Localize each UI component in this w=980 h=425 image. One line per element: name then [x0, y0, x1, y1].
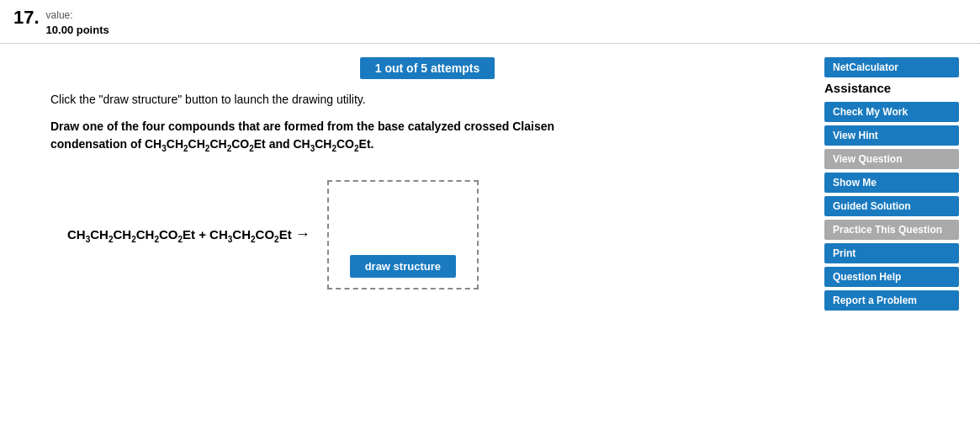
net-calculator-button[interactable]: NetCalculator [824, 57, 959, 77]
reaction-formula: CH3CH2CH2CH2CO2Et + CH3CH2CO2Et → [67, 226, 310, 244]
report-a-problem-button[interactable]: Report a Problem [824, 290, 959, 311]
check-my-work-button[interactable]: Check My Work [824, 102, 959, 122]
attempts-badge: 1 out of 5 attempts [360, 57, 495, 79]
instruction-line1: Click the "draw structure" button to lau… [50, 93, 804, 106]
view-question-button[interactable]: View Question [824, 149, 959, 169]
attempts-bar: 1 out of 5 attempts [50, 57, 804, 79]
question-number: 17. [13, 8, 40, 27]
value-label: value: [46, 8, 109, 23]
view-hint-button[interactable]: View Hint [824, 125, 959, 146]
points-value: 10.00 points [46, 23, 109, 38]
main-content: 1 out of 5 attempts Click the "draw stru… [0, 44, 980, 327]
draw-box: draw structure [327, 180, 479, 290]
practice-this-question-button[interactable]: Practice This Question [824, 220, 959, 240]
assistance-title: Assistance [824, 81, 970, 95]
print-button[interactable]: Print [824, 243, 959, 263]
guided-solution-button[interactable]: Guided Solution [824, 196, 959, 216]
right-panel: NetCalculator Assistance Check My Work V… [824, 44, 980, 327]
draw-structure-button[interactable]: draw structure [350, 255, 456, 278]
left-panel: 1 out of 5 attempts Click the "draw stru… [0, 44, 824, 327]
show-me-button[interactable]: Show Me [824, 173, 959, 193]
question-help-button[interactable]: Question Help [824, 267, 959, 287]
question-header: 17. value: 10.00 points [0, 0, 980, 44]
reaction-area: CH3CH2CH2CH2CO2Et + CH3CH2CO2Et → draw s… [67, 180, 804, 290]
description-text: Draw one of the four compounds that are … [50, 118, 804, 155]
